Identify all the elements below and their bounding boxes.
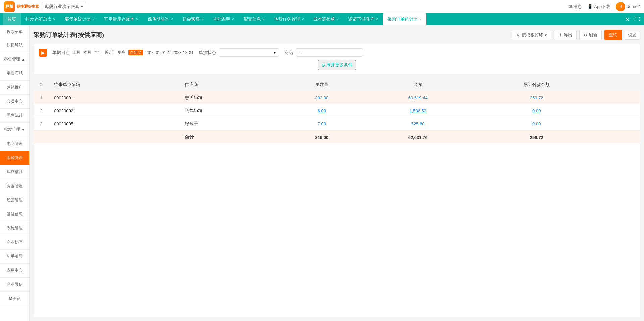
tab-yaohuo[interactable]: 要货单统计表 ×: [60, 13, 99, 25]
tab-caigou-close[interactable]: ×: [419, 17, 422, 22]
status-select[interactable]: ▾: [219, 48, 279, 57]
quick-nav-label: 快捷导航: [7, 43, 23, 47]
row-3-amount[interactable]: 525.80: [365, 117, 471, 131]
row-1-code: 00020001: [49, 91, 179, 104]
row-3-quantity[interactable]: 7.00: [279, 117, 364, 131]
tab-baozhi[interactable]: 保质期查询 ×: [143, 13, 178, 25]
export-label: 导出: [564, 32, 572, 38]
workspace-selector[interactable]: 母婴行业演示账套 ▾: [42, 2, 86, 11]
query-btn[interactable]: 查询: [604, 30, 622, 40]
sidebar-item-finance[interactable]: 资金管理: [0, 179, 29, 193]
wholesale-mgmt-label: 批发管理: [4, 127, 20, 132]
page-header: 采购订单统计表(按供应商) 🖨 按模板打印 ▾ ⬇ 导出 ↺ 刷新 查询: [34, 30, 640, 40]
retail-stats-label: 零售统计: [7, 113, 23, 118]
tab-baozhi-close[interactable]: ×: [171, 17, 173, 22]
logo-icon: 标版: [4, 1, 15, 12]
finance-label: 资金管理: [7, 183, 23, 188]
sidebar-search[interactable]: 搜索菜单: [0, 25, 29, 38]
app-center-label: 应用中心: [7, 268, 23, 273]
shortcut-this-month[interactable]: 本月: [83, 50, 91, 55]
nav-close-btn[interactable]: ✕: [624, 15, 631, 24]
footer-empty1: [34, 130, 49, 144]
row-2-quantity[interactable]: 6.00: [279, 104, 364, 117]
tab-peizhi-close[interactable]: ×: [262, 17, 265, 22]
tab-chaochu-close[interactable]: ×: [201, 17, 204, 22]
row-3-supplier: 好孩子: [179, 117, 279, 131]
sidebar-item-vip-member[interactable]: 畅会员: [0, 292, 29, 306]
sidebar-item-retail-stats[interactable]: 零售统计: [0, 109, 29, 123]
row-2-paid[interactable]: 0.00: [471, 104, 602, 117]
tab-gongneng-close[interactable]: ×: [232, 17, 234, 22]
tab-caigou[interactable]: 采购订单统计表 ×: [383, 13, 426, 25]
tab-kuyongliang[interactable]: 可用量库存账本 ×: [99, 13, 143, 25]
tab-shoufacun-close[interactable]: ×: [53, 17, 55, 22]
print-btn[interactable]: 🖨 按模板打印 ▾: [512, 30, 551, 40]
retail-mall-label: 零售商城: [7, 71, 23, 75]
sidebar-item-ecommerce[interactable]: 电商管理: [0, 137, 29, 151]
export-btn[interactable]: ⬇ 导出: [554, 30, 577, 40]
tab-yaoqing-close[interactable]: ×: [376, 17, 378, 22]
sidebar-item-marketing[interactable]: 营销推广: [0, 81, 29, 95]
shortcut-last-month[interactable]: 上月: [72, 50, 80, 55]
shortcut-7days[interactable]: 近7天: [105, 50, 115, 55]
tab-chengben[interactable]: 成本调整单 ×: [309, 13, 343, 25]
table-settings-icon[interactable]: ⚙: [39, 82, 43, 87]
tab-chaochu[interactable]: 超储预警 ×: [178, 13, 208, 25]
sidebar-item-inventory[interactable]: 库存核算: [0, 165, 29, 179]
expand-btn[interactable]: ⊕ 展开更多条件: [318, 60, 356, 70]
col-paid-header: 累计付款金额: [471, 78, 602, 91]
sidebar-item-app-center[interactable]: 应用中心: [0, 264, 29, 278]
sidebar-item-purchase[interactable]: 采购管理: [0, 151, 29, 165]
settings-btn[interactable]: 设置: [625, 31, 640, 40]
row-1-paid[interactable]: 259.72: [471, 91, 602, 104]
message-icon: ✉: [568, 4, 572, 9]
nav-fullscreen-btn[interactable]: ⛶: [633, 15, 641, 24]
filter-toggle-btn[interactable]: ▶: [39, 49, 47, 57]
nav-tabs: 首页 收发存汇总表 × 要货单统计表 × 可用量库存账本 × 保质期查询 × 超…: [0, 13, 644, 25]
row-3-paid[interactable]: 0.00: [471, 117, 602, 131]
tab-jianhuo-close[interactable]: ×: [302, 17, 304, 22]
avatar-initials: d: [620, 5, 622, 9]
tab-jianhuo[interactable]: 拣货任务管理 ×: [269, 13, 309, 25]
tab-shoufacun[interactable]: 收发存汇总表 ×: [21, 13, 60, 25]
sidebar-item-enterprise-collab[interactable]: 企业协同: [0, 235, 29, 250]
date-shortcuts: 上月 本月 本年 近7天 更多 自定义: [72, 50, 143, 55]
row-2-amount[interactable]: 1,586.52: [365, 104, 471, 117]
sidebar-item-basic-info[interactable]: 基础信息: [0, 207, 29, 221]
sidebar-item-retail-mall[interactable]: 零售商城: [0, 66, 29, 81]
status-filter-label: 单据状态: [199, 50, 216, 56]
refresh-btn[interactable]: ↺ 刷新: [579, 30, 602, 40]
shortcut-more[interactable]: 更多: [118, 50, 126, 55]
table-section: ⚙ 往来单位编码 供应商 主数量 金额 累计付款金额 1 00020001: [34, 78, 640, 317]
tab-home[interactable]: 首页: [3, 13, 21, 25]
system-mgmt-label: 系统管理: [7, 226, 23, 230]
tab-yaohuo-close[interactable]: ×: [92, 17, 95, 22]
goods-more-icon: ···: [299, 50, 303, 55]
date-to[interactable]: 2023-12-31: [173, 50, 193, 55]
message-btn[interactable]: ✉ 消息: [568, 4, 582, 10]
footer-empty3: [602, 130, 640, 144]
tab-kuyongliang-close[interactable]: ×: [136, 17, 138, 22]
sidebar-item-wholesale-mgmt[interactable]: 批发管理 ▼: [0, 123, 29, 137]
row-1-amount[interactable]: 60,519.44: [365, 91, 471, 104]
sidebar-item-members[interactable]: 会员中心: [0, 95, 29, 109]
enterprise-wechat-label: 企业微信: [7, 282, 23, 287]
wholesale-mgmt-arrow-icon: ▼: [21, 127, 25, 132]
goods-input[interactable]: ···: [296, 48, 363, 57]
tab-gongneng[interactable]: 功能说明 ×: [208, 13, 239, 25]
date-from[interactable]: 2016-01-01: [146, 50, 166, 55]
refresh-icon: ↺: [584, 33, 587, 38]
row-1-quantity[interactable]: 303.00: [279, 91, 364, 104]
sidebar-item-retail-mgmt[interactable]: 零售管理 ▲: [0, 52, 29, 66]
user-profile[interactable]: d demo2: [616, 2, 640, 11]
tab-chengben-close[interactable]: ×: [336, 17, 339, 22]
tab-peizhi[interactable]: 配置信息 ×: [239, 13, 269, 25]
app-download-btn[interactable]: 📱 App下载: [587, 4, 610, 10]
sidebar-item-beginner-guide[interactable]: 新手引导: [0, 250, 29, 264]
sidebar-item-enterprise-wechat[interactable]: 企业微信: [0, 278, 29, 292]
shortcut-this-year[interactable]: 本年: [94, 50, 102, 55]
sidebar-item-operations[interactable]: 经营管理: [0, 193, 29, 207]
sidebar-item-quick-nav[interactable]: 快捷导航: [0, 38, 29, 52]
tab-yaoqing[interactable]: 邀请下游客户 ×: [343, 13, 383, 25]
sidebar-item-system-mgmt[interactable]: 系统管理: [0, 221, 29, 235]
